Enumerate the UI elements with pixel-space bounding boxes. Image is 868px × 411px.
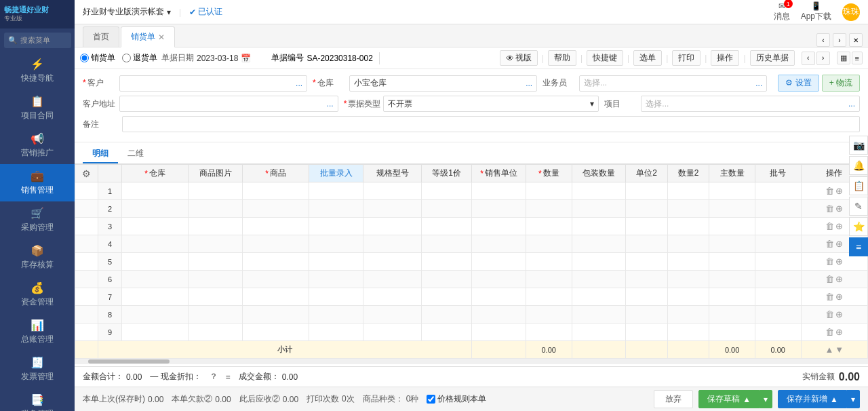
row-warehouse-cell[interactable] <box>121 306 188 324</box>
radio-return[interactable]: 退货单 <box>122 52 157 64</box>
row-copy-icon[interactable]: ⊕ <box>835 203 843 214</box>
row-pack-qty-cell[interactable] <box>572 271 626 288</box>
messages-btn[interactable]: ✉ 1 消息 <box>774 1 790 22</box>
row-warehouse-cell[interactable] <box>121 324 188 341</box>
row-spec-cell[interactable] <box>363 182 422 200</box>
row-batch-cell[interactable] <box>755 306 801 324</box>
row-batch-cell[interactable] <box>755 182 801 200</box>
row-sale-unit-cell[interactable] <box>472 288 526 306</box>
col-spec[interactable]: 规格型号 <box>363 165 422 182</box>
row-price1-cell[interactable] <box>422 306 472 324</box>
row-qty2-cell[interactable] <box>667 218 709 235</box>
row-unit2-cell[interactable] <box>626 324 667 341</box>
addrow-btn[interactable]: + 物流 <box>822 75 860 92</box>
customer-addr-ellipsis[interactable]: ... <box>327 99 334 109</box>
row-pack-qty-cell[interactable] <box>572 288 626 306</box>
row-img-cell[interactable] <box>189 271 243 288</box>
project-input[interactable]: 选择... ... <box>641 96 860 112</box>
row-batch-cell[interactable] <box>755 324 801 341</box>
side-btn-2[interactable]: 🔔 <box>849 156 868 175</box>
row-delete-icon[interactable]: 🗑 <box>825 309 834 319</box>
setup-btn[interactable]: ⚙ 设置 <box>778 75 818 92</box>
row-unit2-cell[interactable] <box>626 288 667 306</box>
row-pack-qty-cell[interactable] <box>572 324 626 341</box>
row-pack-qty-cell[interactable] <box>572 235 626 253</box>
tab-prev-btn[interactable]: ‹ <box>816 33 830 47</box>
row-batch-import-cell[interactable] <box>309 288 363 306</box>
row-unit2-cell[interactable] <box>626 218 667 235</box>
row-copy-icon[interactable]: ⊕ <box>835 309 843 319</box>
calendar-icon[interactable]: 📅 <box>241 54 251 63</box>
salesperson-input[interactable]: 选择... ... <box>579 75 767 92</box>
question-icon-item[interactable]: ？ <box>210 371 218 383</box>
row-batch-cell[interactable] <box>755 271 801 288</box>
row-batch-import-cell[interactable] <box>309 271 363 288</box>
table-wrap[interactable]: ⚙ *仓库 商品图片 *商品 批量录入 规格型号 <box>75 164 868 366</box>
row-warehouse-cell[interactable] <box>121 182 188 200</box>
row-warehouse-cell[interactable] <box>121 235 188 253</box>
row-sale-unit-cell[interactable] <box>472 218 526 235</box>
row-sale-unit-cell[interactable] <box>472 253 526 271</box>
row-unit2-cell[interactable] <box>626 235 667 253</box>
sidebar-item-purchase[interactable]: 🛒 采购管理 <box>0 201 75 239</box>
view-btn[interactable]: 👁 视版 <box>500 50 538 66</box>
row-price1-cell[interactable] <box>422 200 472 218</box>
warehouse-input[interactable]: 小宝仓库 ... <box>349 75 537 92</box>
row-delete-icon[interactable]: 🗑 <box>825 186 834 196</box>
tab-home[interactable]: 首页 <box>83 26 119 47</box>
row-copy-icon[interactable]: ⊕ <box>835 221 843 231</box>
gear-icon[interactable]: ⚙ <box>82 168 91 179</box>
sidebar-item-funds[interactable]: 💰 资金管理 <box>0 276 75 313</box>
row-main-qty-cell[interactable] <box>709 182 755 200</box>
row-copy-icon[interactable]: ⊕ <box>835 327 843 337</box>
subtotal-up-icon[interactable]: ▲ <box>825 345 833 355</box>
row-qty2-cell[interactable] <box>667 200 709 218</box>
row-sale-unit-cell[interactable] <box>472 306 526 324</box>
col-unit2[interactable]: 单位2 <box>626 165 667 182</box>
save-draft-arr-btn[interactable]: ▾ <box>760 390 772 408</box>
row-delete-icon[interactable]: 🗑 <box>825 327 834 337</box>
col-qty2[interactable]: 数量2 <box>667 165 709 182</box>
row-spec-cell[interactable] <box>363 288 422 306</box>
row-unit2-cell[interactable] <box>626 200 667 218</box>
sidebar-item-invoice[interactable]: 🧾 发票管理 <box>0 351 75 388</box>
subtotal-down-icon[interactable]: ▼ <box>835 345 844 355</box>
row-batch-import-cell[interactable] <box>309 253 363 271</box>
row-qty-cell[interactable] <box>526 235 572 253</box>
row-qty-cell[interactable] <box>526 271 572 288</box>
price-checkbox[interactable]: 价格规则本单 <box>427 393 486 405</box>
row-spec-cell[interactable] <box>363 253 422 271</box>
row-pack-qty-cell[interactable] <box>572 200 626 218</box>
row-img-cell[interactable] <box>189 200 243 218</box>
side-btn-3[interactable]: 📋 <box>849 176 868 195</box>
sidebar-item-project[interactable]: 📋 项目合同 <box>0 90 75 127</box>
customer-addr-input[interactable]: ... <box>119 96 338 112</box>
col-sale-unit[interactable]: *销售单位 <box>472 165 526 182</box>
row-main-qty-cell[interactable] <box>709 271 755 288</box>
grid-view-btn[interactable]: ▦ <box>837 52 850 64</box>
customer-ellipsis[interactable]: ... <box>296 79 302 88</box>
sidebar-item-tax[interactable]: 📑 税务管理 <box>0 388 75 411</box>
print-btn[interactable]: 打印 <box>672 50 701 66</box>
row-delete-icon[interactable]: 🗑 <box>825 239 834 249</box>
row-warehouse-cell[interactable] <box>121 253 188 271</box>
company-selector[interactable]: 好业财专业版演示帐套 ▾ <box>83 6 171 18</box>
row-qty2-cell[interactable] <box>667 288 709 306</box>
col-batch[interactable]: 批号 <box>755 165 801 182</box>
tab-detail[interactable]: 明细 <box>83 145 118 163</box>
row-unit2-cell[interactable] <box>626 306 667 324</box>
row-img-cell[interactable] <box>189 182 243 200</box>
row-main-qty-cell[interactable] <box>709 218 755 235</box>
row-price1-cell[interactable] <box>422 182 472 200</box>
row-price1-cell[interactable] <box>422 218 472 235</box>
row-delete-icon[interactable]: 🗑 <box>825 292 834 302</box>
row-batch-cell[interactable] <box>755 253 801 271</box>
remark-input[interactable] <box>122 116 860 132</box>
toolbar-next-btn[interactable]: › <box>816 52 830 65</box>
row-qty-cell[interactable] <box>526 288 572 306</box>
col-batch-import[interactable]: 批量录入 <box>309 165 363 182</box>
row-qty-cell[interactable] <box>526 306 572 324</box>
radio-return-input[interactable] <box>122 54 131 62</box>
row-spec-cell[interactable] <box>363 200 422 218</box>
row-goods-cell[interactable] <box>243 200 309 218</box>
